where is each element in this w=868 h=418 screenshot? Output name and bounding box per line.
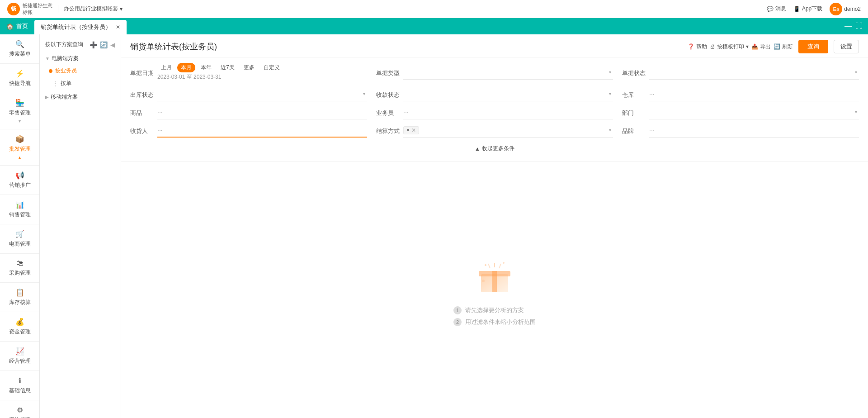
scheme-group-desktop-title[interactable]: ▼ 电脑端方案	[40, 53, 121, 64]
tab-home[interactable]: 🏠 首页	[0, 18, 34, 34]
collapsed-arrow-icon: ▶	[45, 95, 49, 100]
user-menu[interactable]: Ea demo2	[830, 3, 861, 15]
sidebar-item-basic-info[interactable]: ℹ 基础信息	[0, 371, 39, 400]
collapse-up-icon: ▲	[475, 146, 480, 152]
maximize-button[interactable]: ⛶	[855, 22, 863, 30]
svg-line-5	[499, 264, 501, 268]
payment-method-label: 结算方式	[376, 127, 403, 135]
sidebar-item-purchase[interactable]: 🛍 采购管理	[0, 254, 39, 283]
filter-col-payment-method: 结算方式 × ✕ ▾	[376, 125, 613, 138]
refresh-button[interactable]: 🔄 刷新	[774, 43, 793, 51]
tab-sales-report[interactable]: 销货单统计表（按业务员） ✕	[34, 20, 127, 34]
clear-payment-method-button[interactable]: ✕	[411, 127, 416, 133]
print-chevron-icon: ▾	[746, 43, 749, 50]
warehouse-value[interactable]: ···	[649, 89, 859, 101]
tip-2-number: 2	[453, 318, 462, 326]
empty-tip-1: 1 请先选择要分析的方案	[453, 306, 536, 314]
sidebar-item-quick-nav[interactable]: ⚡ 快捷导航	[0, 64, 39, 93]
sidebar-item-finance[interactable]: 💰 资金管理	[0, 312, 39, 342]
filter-col-doc-status: 单据状态 ▾	[622, 63, 859, 83]
date-tab-last-month[interactable]: 上月	[157, 63, 175, 72]
filter-col-payment-status: 收款状态 ▾	[376, 89, 613, 101]
collapse-panel-button[interactable]: ◀	[110, 41, 115, 48]
workspace-selector[interactable]: 办公用品行业模拟账套 ▾	[58, 5, 123, 13]
sidebar-item-ecommerce[interactable]: 🛒 电商管理	[0, 224, 39, 254]
basic-info-icon: ℹ	[19, 376, 21, 385]
sidebar-item-sales[interactable]: 📊 销售管理	[0, 195, 39, 224]
brand-value[interactable]: ···	[649, 125, 859, 138]
scheme-group-desktop: ▼ 电脑端方案 按业务员 ⋮ 按单	[40, 53, 121, 90]
sidebar-item-retail[interactable]: 🏪 零售管理 ▾	[0, 93, 39, 129]
avatar: Ea	[830, 3, 842, 15]
sidebar-item-system[interactable]: ⚙ 系统管理	[0, 400, 39, 418]
payment-status-value[interactable]: ▾	[403, 89, 613, 101]
sidebar-item-inventory[interactable]: 📋 库存核算	[0, 283, 39, 312]
filter-col-out-status: 出库状态 ▾	[130, 89, 367, 101]
collapse-button[interactable]: ▲ 收起更多条件	[475, 145, 514, 152]
payment-method-value[interactable]: × ✕ ▾	[403, 125, 613, 138]
system-icon: ⚙	[17, 406, 23, 414]
date-tab-last-7-days[interactable]: 近7天	[217, 63, 238, 72]
svg-point-6	[485, 264, 486, 266]
sidebar-item-wholesale[interactable]: 📦 批发管理 ▴	[0, 129, 39, 166]
template-print-button[interactable]: 🖨 按模板打印 ▾	[710, 43, 749, 51]
inventory-icon: 📋	[15, 288, 24, 297]
department-value[interactable]: ▾	[649, 107, 859, 119]
svg-rect-2	[492, 271, 497, 292]
app-download-button[interactable]: 📱 App下载	[793, 5, 822, 13]
purchase-icon: 🛍	[16, 259, 24, 267]
filter-col-department: 部门 ▾	[622, 107, 859, 119]
export-button[interactable]: 📤 导出	[751, 43, 771, 51]
top-bar-left: 畅 畅捷通好生意 标账 办公用品行业模拟账套 ▾	[7, 2, 123, 15]
salesman-label: 业务员	[376, 109, 403, 117]
warehouse-label: 仓库	[622, 91, 649, 99]
goods-value[interactable]: ···	[157, 107, 367, 119]
tab-bar: 🏠 首页 销货单统计表（按业务员） ✕ — ⛶	[0, 18, 868, 34]
sidebar-item-search[interactable]: 🔍 搜索菜单	[0, 34, 39, 64]
payment-method-dropdown-icon: ▾	[609, 128, 611, 133]
doc-status-dropdown-icon: ▾	[855, 70, 857, 75]
message-button[interactable]: 💬 消息	[767, 5, 786, 13]
consignee-more-icon[interactable]: ···	[157, 126, 163, 133]
filter-col-consignee: 收货人 ···	[130, 125, 367, 138]
tab-close-button[interactable]: ✕	[116, 24, 120, 30]
add-scheme-button[interactable]: ➕	[90, 41, 97, 48]
salesman-more-icon[interactable]: ···	[403, 109, 409, 116]
doc-type-value[interactable]: ▾	[403, 67, 613, 80]
minimize-button[interactable]: —	[844, 22, 852, 30]
brand-more-icon[interactable]: ···	[649, 127, 655, 134]
refresh-scheme-button[interactable]: 🔄	[100, 41, 108, 48]
out-status-value[interactable]: ▾	[157, 89, 367, 101]
doc-status-value[interactable]: ▾	[649, 67, 859, 80]
scheme-sub-item-by-order[interactable]: ⋮ 按单	[40, 77, 121, 90]
page-actions: ❓ 帮助 🖨 按模板打印 ▾ 📤 导出 🔄	[688, 40, 859, 53]
sidebar-item-marketing[interactable]: 📢 营销推广	[0, 166, 39, 195]
filter-col-warehouse: 仓库 ···	[622, 89, 859, 101]
wholesale-icon: 📦	[15, 135, 24, 143]
app-name: 畅捷通好生意 标账	[23, 2, 52, 15]
date-tab-this-month[interactable]: 本月	[177, 63, 195, 72]
help-button[interactable]: ❓ 帮助	[688, 43, 707, 51]
goods-more-icon[interactable]: ···	[157, 109, 163, 116]
sidebar-item-operations[interactable]: 📈 经营管理	[0, 342, 39, 371]
payment-status-label: 收款状态	[376, 91, 403, 99]
filter-col-salesman: 业务员 ···	[376, 107, 613, 119]
left-panel-actions: ➕ 🔄 ◀	[90, 41, 115, 48]
department-dropdown-icon: ▾	[855, 109, 857, 114]
svg-line-4	[488, 264, 490, 268]
empty-tip-2: 2 用过滤条件来缩小分析范围	[453, 318, 536, 326]
date-tab-this-year[interactable]: 本年	[197, 63, 215, 72]
home-icon: 🏠	[6, 23, 14, 30]
print-icon: 🖨	[710, 43, 715, 50]
salesman-value[interactable]: ···	[403, 107, 613, 119]
consignee-value[interactable]: ···	[157, 125, 367, 138]
warehouse-more-icon[interactable]: ···	[649, 90, 655, 98]
scheme-group-mobile-title[interactable]: ▶ 移动端方案	[40, 91, 121, 103]
settings-button[interactable]: 设置	[834, 40, 859, 53]
date-tab-custom[interactable]: 自定义	[260, 63, 283, 72]
scheme-item-by-salesman[interactable]: 按业务员	[40, 64, 121, 77]
query-button[interactable]: 查询	[798, 40, 828, 53]
date-tab-more[interactable]: 更多	[240, 63, 258, 72]
search-icon: 🔍	[15, 40, 24, 48]
consignee-label: 收货人	[130, 127, 157, 135]
